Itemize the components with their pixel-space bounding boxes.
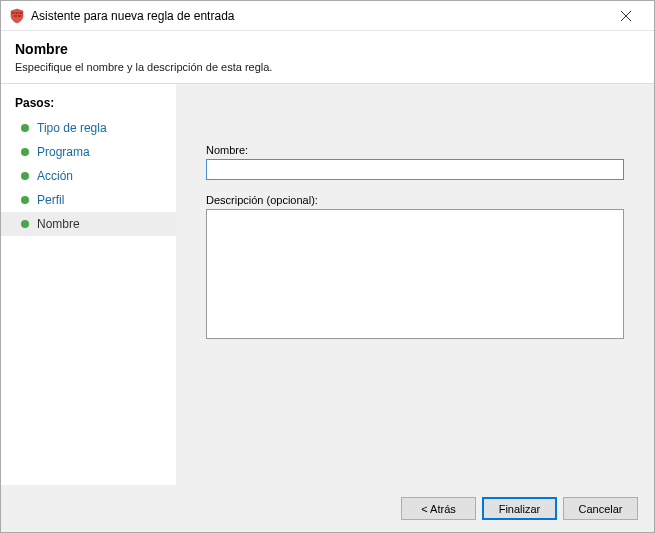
- wizard-header: Nombre Especifique el nombre y la descri…: [1, 31, 654, 84]
- step-label: Perfil: [37, 193, 64, 207]
- wizard-window: Asistente para nueva regla de entrada No…: [0, 0, 655, 533]
- cancel-button[interactable]: Cancelar: [563, 497, 638, 520]
- window-title: Asistente para nueva regla de entrada: [31, 9, 606, 23]
- back-button[interactable]: < Atrás: [401, 497, 476, 520]
- step-label: Acción: [37, 169, 73, 183]
- svg-rect-4: [18, 15, 21, 17]
- step-bullet-icon: [21, 196, 29, 204]
- step-name[interactable]: Nombre: [1, 212, 176, 236]
- description-input[interactable]: [206, 209, 624, 339]
- wizard-main: Nombre: Descripción (opcional):: [176, 84, 654, 485]
- step-rule-type[interactable]: Tipo de regla: [1, 116, 176, 140]
- close-button[interactable]: [606, 1, 646, 30]
- titlebar: Asistente para nueva regla de entrada: [1, 1, 654, 31]
- wizard-footer: < Atrás Finalizar Cancelar: [1, 485, 654, 532]
- step-label: Nombre: [37, 217, 80, 231]
- svg-rect-2: [20, 12, 23, 14]
- step-label: Tipo de regla: [37, 121, 107, 135]
- svg-rect-3: [14, 15, 17, 17]
- finish-button[interactable]: Finalizar: [482, 497, 557, 520]
- step-label: Programa: [37, 145, 90, 159]
- svg-rect-1: [16, 12, 19, 14]
- description-label: Descripción (opcional):: [206, 194, 624, 206]
- name-label: Nombre:: [206, 144, 624, 156]
- step-bullet-icon: [21, 220, 29, 228]
- page-title: Nombre: [15, 41, 640, 57]
- step-action[interactable]: Acción: [1, 164, 176, 188]
- steps-title: Pasos:: [1, 92, 176, 116]
- steps-sidebar: Pasos: Tipo de regla Programa Acción Per…: [1, 84, 176, 485]
- step-program[interactable]: Programa: [1, 140, 176, 164]
- step-bullet-icon: [21, 148, 29, 156]
- firewall-icon: [9, 8, 25, 24]
- step-bullet-icon: [21, 172, 29, 180]
- step-bullet-icon: [21, 124, 29, 132]
- wizard-body: Pasos: Tipo de regla Programa Acción Per…: [1, 84, 654, 485]
- name-input[interactable]: [206, 159, 624, 180]
- page-subtitle: Especifique el nombre y la descripción d…: [15, 61, 640, 73]
- svg-rect-0: [12, 12, 15, 14]
- step-profile[interactable]: Perfil: [1, 188, 176, 212]
